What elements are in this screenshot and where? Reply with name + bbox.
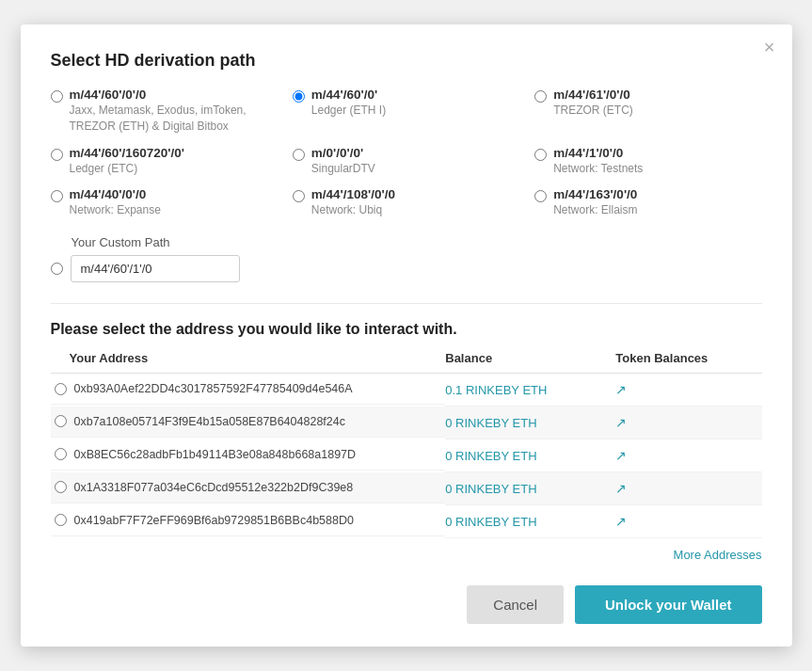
col-address: Your Address: [51, 351, 446, 374]
derivation-path-text: m/44'/1'/0'/0: [553, 146, 643, 160]
address-text: 0xB8EC56c28adbFb1b49114B3e08a848b668a189…: [74, 448, 357, 461]
external-link-icon[interactable]: ↗: [615, 448, 627, 463]
token-cell: ↗: [615, 439, 761, 472]
table-row: 0xb93A0Aef22DD4c3017857592F47785409d4e54…: [51, 374, 762, 407]
balance-link[interactable]: 0.1 RINKEBY ETH: [445, 383, 547, 397]
balance-cell: 0 RINKEBY ETH: [445, 505, 615, 538]
balance-link[interactable]: 0 RINKEBY ETH: [445, 515, 536, 529]
address-radio[interactable]: [55, 514, 67, 526]
address-text: 0x1A3318F077a034eC6cDcd95512e322b2Df9C39…: [74, 481, 354, 494]
address-radio[interactable]: [55, 415, 67, 427]
derivation-path-text: m/44'/61'/0'/0: [553, 88, 633, 102]
derivation-desc-text: Network: Expanse: [70, 202, 161, 218]
derivation-path-text: m/44'/108'/0'/0: [311, 187, 395, 201]
derivation-desc-text: Ledger (ETC): [70, 161, 184, 177]
unlock-button[interactable]: Unlock your Wallet: [575, 585, 761, 624]
derivation-path-text: m/0'/0'/0': [311, 146, 375, 160]
external-link-icon[interactable]: ↗: [615, 382, 627, 397]
derivation-radio-path8[interactable]: [293, 190, 305, 202]
derivation-desc-text: Network: Ubiq: [311, 202, 395, 218]
derivation-desc-text: Jaxx, Metamask, Exodus, imToken, TREZOR …: [70, 103, 278, 135]
derivation-desc-text: SingularDTV: [311, 161, 375, 177]
derivation-radio-path2[interactable]: [293, 90, 305, 103]
address-radio[interactable]: [55, 448, 67, 460]
table-row: 0xb7a108e05714F3f9E4b15a058E87B6404828f2…: [51, 407, 762, 439]
table-row: 0x419abF7F72eFF969Bf6ab9729851B6BBc4b588…: [51, 505, 762, 538]
address-cell: 0xb7a108e05714F3f9E4b15a058E87B6404828f2…: [51, 407, 446, 438]
custom-path-label: Your Custom Path: [72, 235, 762, 249]
cancel-button[interactable]: Cancel: [467, 585, 564, 624]
address-text: 0xb93A0Aef22DD4c3017857592F47785409d4e54…: [74, 382, 353, 395]
derivation-radio-path9[interactable]: [534, 190, 547, 202]
derivation-radio-path7[interactable]: [51, 190, 63, 202]
derivation-title: Select HD derivation path: [51, 51, 762, 71]
derivation-option-path8: m/44'/108'/0'/0Network: Ubiq: [293, 187, 519, 218]
more-addresses-link[interactable]: More Addresses: [674, 548, 762, 562]
col-balance: Balance: [445, 351, 615, 374]
derivation-grid: m/44'/60'/0'/0Jaxx, Metamask, Exodus, im…: [51, 88, 762, 218]
address-cell: 0x419abF7F72eFF969Bf6ab9729851B6BBc4b588…: [51, 505, 446, 536]
balance-cell: 0 RINKEBY ETH: [445, 407, 615, 439]
address-text: 0x419abF7F72eFF969Bf6ab9729851B6BBc4b588…: [74, 514, 354, 527]
derivation-path-text: m/44'/163'/0'/0: [553, 187, 637, 201]
token-cell: ↗: [615, 505, 761, 538]
derivation-desc-text: Network: Testnets: [553, 161, 643, 177]
external-link-icon[interactable]: ↗: [615, 514, 627, 529]
derivation-radio-path4[interactable]: [51, 149, 63, 161]
balance-cell: 0 RINKEBY ETH: [445, 439, 615, 472]
table-row: 0x1A3318F077a034eC6cDcd95512e322b2Df9C39…: [51, 472, 762, 505]
derivation-path-text: m/44'/60'/0'/0: [70, 88, 278, 102]
token-cell: ↗: [615, 374, 761, 407]
balance-link[interactable]: 0 RINKEBY ETH: [445, 416, 536, 430]
derivation-option-path1: m/44'/60'/0'/0Jaxx, Metamask, Exodus, im…: [51, 88, 278, 135]
custom-path-section: Your Custom Path: [51, 235, 762, 282]
token-cell: ↗: [615, 472, 761, 505]
external-link-icon[interactable]: ↗: [615, 415, 627, 430]
derivation-option-path7: m/44'/40'/0'/0Network: Expanse: [51, 187, 278, 218]
derivation-path-text: m/44'/60'/0': [311, 88, 386, 102]
derivation-option-path6: m/44'/1'/0'/0Network: Testnets: [534, 146, 761, 177]
address-text: 0xb7a108e05714F3f9E4b15a058E87B6404828f2…: [74, 415, 345, 428]
derivation-desc-text: Ledger (ETH I): [311, 103, 386, 119]
address-cell: 0x1A3318F077a034eC6cDcd95512e322b2Df9C39…: [51, 472, 446, 503]
address-radio[interactable]: [55, 383, 67, 395]
derivation-desc-text: Network: Ellaism: [553, 202, 637, 218]
address-cell: 0xb93A0Aef22DD4c3017857592F47785409d4e54…: [51, 374, 446, 405]
modal-container: × Select HD derivation path m/44'/60'/0'…: [21, 24, 792, 647]
derivation-radio-path6[interactable]: [534, 149, 547, 161]
derivation-option-path3: m/44'/61'/0'/0TREZOR (ETC): [534, 88, 761, 135]
custom-path-radio[interactable]: [51, 263, 63, 275]
derivation-desc-text: TREZOR (ETC): [553, 103, 633, 119]
derivation-option-path5: m/0'/0'/0'SingularDTV: [293, 146, 519, 177]
derivation-path-text: m/44'/40'/0'/0: [70, 187, 161, 201]
derivation-radio-path3[interactable]: [534, 90, 547, 103]
balance-link[interactable]: 0 RINKEBY ETH: [445, 449, 536, 463]
derivation-path-text: m/44'/60'/160720'/0': [70, 146, 184, 160]
table-row: 0xB8EC56c28adbFb1b49114B3e08a848b668a189…: [51, 439, 762, 472]
footer-buttons: Cancel Unlock your Wallet: [51, 578, 762, 624]
derivation-radio-path5[interactable]: [293, 149, 305, 161]
derivation-option-path9: m/44'/163'/0'/0Network: Ellaism: [534, 187, 761, 218]
address-cell: 0xB8EC56c28adbFb1b49114B3e08a848b668a189…: [51, 439, 446, 471]
col-token: Token Balances: [615, 351, 761, 374]
derivation-radio-path1[interactable]: [51, 90, 63, 103]
balance-link[interactable]: 0 RINKEBY ETH: [445, 482, 536, 496]
address-table: Your Address Balance Token Balances 0xb9…: [51, 351, 762, 538]
derivation-option-path4: m/44'/60'/160720'/0'Ledger (ETC): [51, 146, 278, 177]
address-radio[interactable]: [55, 481, 67, 493]
balance-cell: 0 RINKEBY ETH: [445, 472, 615, 505]
derivation-option-path2: m/44'/60'/0'Ledger (ETH I): [293, 88, 519, 135]
close-button[interactable]: ×: [764, 38, 775, 56]
more-addresses-container: More Addresses: [51, 546, 762, 563]
balance-cell: 0.1 RINKEBY ETH: [445, 374, 615, 407]
divider: [51, 303, 762, 304]
token-cell: ↗: [615, 407, 761, 439]
external-link-icon[interactable]: ↗: [615, 481, 627, 496]
address-section-title: Please select the address you would like…: [51, 321, 762, 338]
custom-path-input[interactable]: [71, 255, 240, 282]
